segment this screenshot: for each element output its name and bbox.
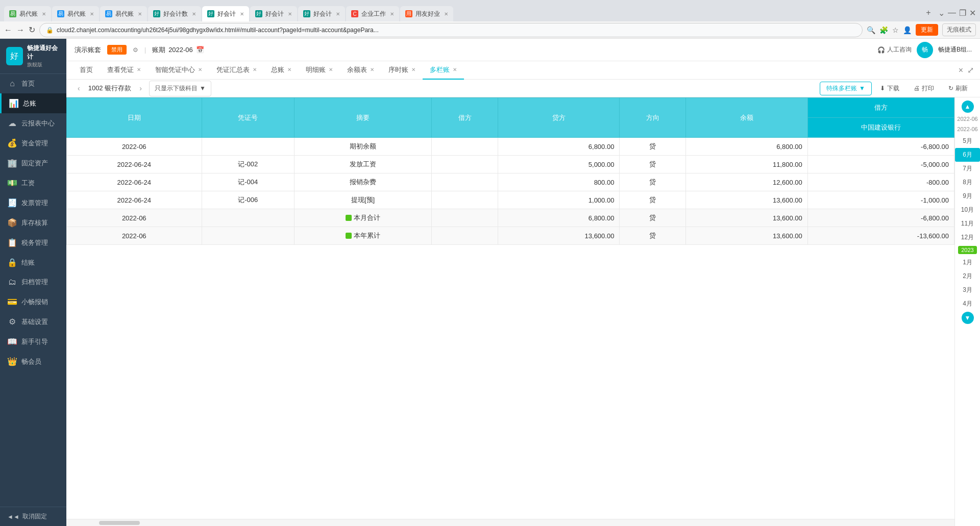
sidebar-item-ledger[interactable]: 📊总账 [0, 93, 66, 113]
prev-account-button[interactable]: ‹ [75, 84, 83, 92]
date-month-2022-10月[interactable]: 10月 [955, 203, 980, 217]
browser-tab-5[interactable]: 好好会计✕ [202, 6, 249, 21]
tab-close-icon[interactable]: ✕ [240, 11, 244, 17]
browser-tab-8[interactable]: C企业工作✕ [346, 6, 399, 21]
sidebar-item-expense[interactable]: 💳小畅报销 [0, 292, 66, 312]
download-button[interactable]: ⬇ 下载 [876, 82, 903, 95]
tab-close-icon[interactable]: ✕ [336, 11, 340, 17]
tab-overflow-button[interactable]: ⌄ [938, 8, 945, 18]
tab-close-icon[interactable]: ✕ [90, 11, 94, 17]
date-month-2023-3月[interactable]: 3月 [955, 283, 980, 297]
new-tab-button[interactable]: + [922, 6, 935, 19]
date-scroll-up-button[interactable]: ▲ [962, 101, 974, 113]
sidebar-item-reports[interactable]: ☁云报表中心 [0, 113, 66, 133]
nav-tab-首页[interactable]: 首页 [72, 61, 100, 80]
sidebar-item-invoice[interactable]: 🧾发票管理 [0, 193, 66, 213]
sidebar-item-settings[interactable]: ⚙基础设置 [0, 312, 66, 332]
forward-button[interactable]: → [16, 26, 24, 35]
restore-button[interactable]: ❐ [959, 8, 966, 18]
browser-tab-3[interactable]: 易易代账✕ [100, 6, 147, 21]
url-bar[interactable]: 🔒 cloud2.chanjet.com/accounting/uh26t264… [39, 23, 863, 37]
tab-close-icon[interactable]: ✕ [288, 11, 292, 17]
sidebar-item-home[interactable]: ⌂首页 [0, 74, 66, 93]
search-browser-button[interactable]: 🔍 [867, 26, 875, 34]
minimize-button[interactable]: — [948, 8, 956, 17]
nav-tab-凭证汇总表[interactable]: 凭证汇总表✕ [209, 61, 264, 80]
nav-tab-close-icon[interactable]: ✕ [198, 67, 202, 72]
nav-tab-close-icon[interactable]: ✕ [137, 67, 141, 72]
print-label: 打印 [922, 84, 934, 93]
sidebar-item-member[interactable]: 👑畅会员 [0, 352, 66, 371]
nav-tab-多栏账[interactable]: 多栏账✕ [423, 61, 464, 80]
settings-icon[interactable]: ⚙ [133, 46, 138, 54]
sidebar-icon-guide: 📖 [7, 337, 17, 346]
date-month-2022-7月[interactable]: 7月 [955, 162, 980, 176]
extensions-button[interactable]: 🧩 [879, 26, 888, 34]
incognito-button[interactable]: 无痕模式 [942, 23, 976, 36]
horizontal-scrollbar[interactable] [66, 519, 954, 526]
date-month-2022-12月[interactable]: 12月 [955, 231, 980, 244]
ledger-table-wrapper[interactable]: 日期 凭证号 摘要 借方 贷方 方向 余额 借方 中国建设银行 [66, 97, 954, 519]
date-month-2023-2月[interactable]: 2月 [955, 269, 980, 283]
consult-button[interactable]: 🎧 人工咨询 [877, 45, 912, 54]
tab-close-icon[interactable]: ✕ [390, 11, 394, 17]
date-scroll-down-button[interactable]: ▼ [962, 312, 974, 324]
sidebar-item-inventory[interactable]: 📦库存核算 [0, 213, 66, 233]
date-month-2022-9月[interactable]: 9月 [955, 189, 980, 203]
print-button[interactable]: 🖨 打印 [910, 82, 938, 95]
browser-tab-2[interactable]: 易易代账✕ [52, 6, 99, 21]
next-account-button[interactable]: › [136, 84, 145, 92]
date-month-2022-6月[interactable]: 6月 [955, 148, 980, 162]
browser-tab-9[interactable]: 用用友好业✕ [400, 6, 453, 21]
nav-tab-close-icon[interactable]: ✕ [370, 67, 374, 72]
sidebar-item-tax[interactable]: 📋税务管理 [0, 233, 66, 253]
nav-tab-总账[interactable]: 总账✕ [264, 61, 299, 80]
sidebar-item-guide[interactable]: 📖新手引导 [0, 332, 66, 352]
voucher-link[interactable]: 记-002 [238, 160, 258, 168]
bookmark-button[interactable]: ☆ [892, 26, 899, 34]
show-sub-accounts-button[interactable]: 只显示下级科目 ▼ [149, 81, 211, 96]
profile-button[interactable]: 👤 [903, 26, 912, 34]
browser-tab-1[interactable]: 易易代账✕ [4, 6, 51, 21]
date-month-2023-4月[interactable]: 4月 [955, 297, 980, 311]
refresh-ledger-button[interactable]: ↻ 刷新 [944, 82, 972, 95]
sidebar-pin-button[interactable]: ◄◄ 取消固定 [0, 507, 66, 526]
tab-close-icon[interactable]: ✕ [138, 11, 142, 17]
tab-close-icon[interactable]: ✕ [42, 11, 46, 17]
nav-tab-close-icon[interactable]: ✕ [253, 67, 257, 72]
sidebar-item-salary[interactable]: 💵工资 [0, 173, 66, 193]
voucher-link[interactable]: 记-006 [238, 196, 258, 204]
browser-tab-6[interactable]: 好好会计✕ [250, 6, 297, 21]
nav-tab-查看凭证[interactable]: 查看凭证✕ [100, 61, 148, 80]
nav-tab-序时账[interactable]: 序时账✕ [381, 61, 423, 80]
refresh-browser-button[interactable]: ↻ [29, 25, 35, 35]
date-month-2023-1月[interactable]: 1月 [955, 256, 980, 269]
nav-tab-close-icon[interactable]: ✕ [453, 67, 457, 72]
special-multi-ledger-button[interactable]: 特殊多栏账 ▼ [820, 82, 872, 95]
close-panel-icon[interactable]: × [959, 66, 963, 75]
nav-tab-close-icon[interactable]: ✕ [287, 67, 291, 72]
nav-tab-close-icon[interactable]: ✕ [411, 67, 415, 72]
browser-tab-7[interactable]: 好好会计✕ [298, 6, 345, 21]
close-window-button[interactable]: ✕ [969, 8, 976, 18]
sidebar-item-archive[interactable]: 🗂归档管理 [0, 272, 66, 292]
back-button[interactable]: ← [4, 26, 12, 35]
separator: | [144, 46, 146, 54]
expand-panel-icon[interactable]: ⤢ [967, 65, 974, 75]
nav-tab-明细账[interactable]: 明细账✕ [299, 61, 340, 80]
nav-tab-余额表[interactable]: 余额表✕ [340, 61, 381, 80]
date-month-2022-5月[interactable]: 5月 [955, 134, 980, 148]
sidebar-item-funds[interactable]: 💰资金管理 [0, 133, 66, 153]
date-month-2022-11月[interactable]: 11月 [955, 217, 980, 231]
browser-tab-4[interactable]: 好好会计数✕ [148, 6, 201, 21]
tab-close-icon[interactable]: ✕ [192, 11, 196, 17]
update-button[interactable]: 更新 [916, 24, 938, 36]
calendar-icon[interactable]: 📅 [196, 46, 204, 54]
nav-tab-close-icon[interactable]: ✕ [329, 67, 333, 72]
date-month-2022-8月[interactable]: 8月 [955, 176, 980, 189]
sidebar-item-assets[interactable]: 🏢固定资产 [0, 153, 66, 173]
tab-close-icon[interactable]: ✕ [444, 11, 448, 17]
sidebar-item-close[interactable]: 🔒结账 [0, 253, 66, 272]
voucher-link[interactable]: 记-004 [238, 178, 258, 186]
nav-tab-智能凭证中心[interactable]: 智能凭证中心✕ [148, 61, 209, 80]
